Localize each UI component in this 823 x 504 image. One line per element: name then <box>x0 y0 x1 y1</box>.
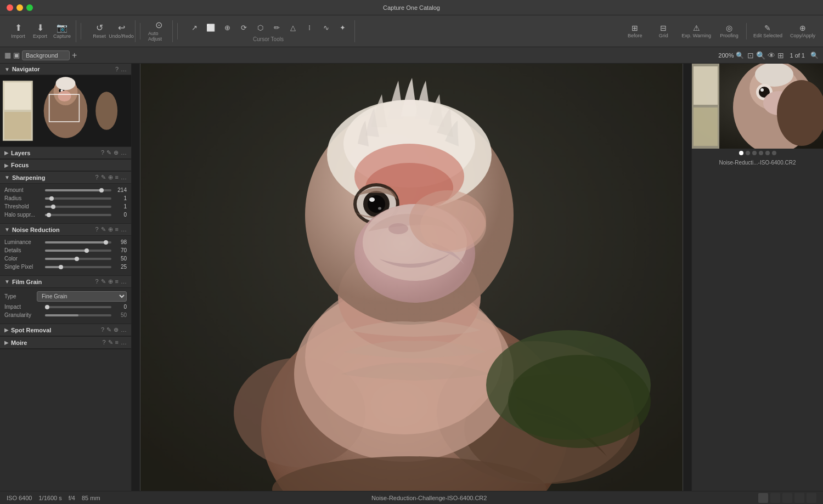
navigator-header[interactable]: ▼ Navigator ? … <box>0 64 131 75</box>
moire-help[interactable]: ? <box>102 339 105 346</box>
polygon-tool[interactable]: ⬡ <box>252 20 268 36</box>
star-tool[interactable]: ✦ <box>335 20 350 36</box>
film-grain-header[interactable]: ▼ Film Grain ? ✎ ⊕ ≡ … <box>0 276 131 288</box>
compare-button[interactable]: ⊞ <box>777 51 784 60</box>
film-grain-impact-slider[interactable] <box>45 306 111 308</box>
film-grain-help[interactable]: ? <box>95 278 98 285</box>
sharpening-more[interactable]: … <box>121 174 127 181</box>
film-grain-type-dropdown[interactable]: Fine Grain <box>37 291 127 302</box>
color-thumb[interactable] <box>75 257 79 261</box>
spot-removal-more[interactable]: … <box>121 326 127 333</box>
single-pixel-thumb[interactable] <box>59 265 63 269</box>
export-button[interactable]: ⬇ Export <box>30 21 50 42</box>
sharpening-header[interactable]: ▼ Sharpening ? ✎ ⊕ ≡ … <box>0 172 131 184</box>
moire-more[interactable]: … <box>121 339 127 346</box>
moire-list[interactable]: ≡ <box>115 339 119 346</box>
spot-removal-edit[interactable]: ✎ <box>106 326 111 333</box>
noise-reduction-edit[interactable]: ✎ <box>101 226 106 233</box>
crop-tool[interactable]: ⬜ <box>203 20 218 36</box>
sharpening-amount-thumb[interactable] <box>99 188 104 192</box>
copy-apply-button[interactable]: ⊕ Copy/Apply <box>787 22 819 39</box>
sharpening-threshold-slider[interactable] <box>45 206 111 208</box>
import-button[interactable]: ⬆ Import <box>8 21 29 42</box>
sharpening-edit[interactable]: ✎ <box>101 174 106 181</box>
view-mode-multi[interactable] <box>794 493 804 503</box>
thumb-dot-6[interactable] <box>772 151 776 155</box>
reset-button[interactable]: ↺ Reset <box>89 21 110 42</box>
sharpening-threshold-thumb[interactable] <box>51 205 55 209</box>
layers-edit[interactable]: ✎ <box>106 149 111 156</box>
auto-adjust-button[interactable]: ⊙ Auto Adjust <box>148 21 169 42</box>
pen-tool[interactable]: ✏ <box>269 20 284 36</box>
thumb-dot-1[interactable] <box>739 151 743 155</box>
zoom-tool[interactable]: ⊕ <box>219 20 235 36</box>
luminance-slider[interactable] <box>45 241 111 243</box>
view-toggle-button[interactable]: 👁 <box>768 51 775 60</box>
sharpening-radius-slider[interactable] <box>45 197 111 200</box>
noise-reduction-help[interactable]: ? <box>95 226 98 233</box>
layers-help[interactable]: ? <box>101 149 104 156</box>
noise-reduction-more[interactable]: … <box>121 226 127 233</box>
spot-removal-copy[interactable]: ⊕ <box>114 326 119 333</box>
proofing-button[interactable]: ◎ Proofing <box>715 22 743 39</box>
granularity-slider[interactable] <box>45 314 111 316</box>
cursor-select-tool[interactable]: ↗ <box>187 20 202 36</box>
view-mode-dots[interactable] <box>770 493 780 503</box>
noise-reduction-copy[interactable]: ⊕ <box>108 226 113 233</box>
sharpening-help[interactable]: ? <box>95 174 98 181</box>
sharpening-list[interactable]: ≡ <box>115 174 119 181</box>
sharpening-copy[interactable]: ⊕ <box>108 174 113 181</box>
view-mode-filmstrip[interactable] <box>807 493 816 503</box>
single-pixel-slider[interactable] <box>45 266 111 268</box>
canvas-area[interactable] <box>132 64 691 491</box>
color-slider[interactable] <box>45 258 111 260</box>
edit-selected-button[interactable]: ✎ Edit Selected <box>750 22 786 39</box>
sharpening-amount-slider[interactable] <box>45 189 111 191</box>
film-grain-list[interactable]: ≡ <box>115 278 119 285</box>
thumb-dot-3[interactable] <box>752 151 757 155</box>
noise-reduction-header[interactable]: ▼ Noise Reduction ? ✎ ⊕ ≡ … <box>0 224 131 236</box>
add-layer-button[interactable]: + <box>72 50 77 60</box>
close-button[interactable] <box>7 4 13 11</box>
film-grain-edit[interactable]: ✎ <box>101 278 106 285</box>
luminance-thumb[interactable] <box>104 240 108 245</box>
undo-redo-button[interactable]: ↩ Undo/Redo <box>111 21 132 42</box>
navigator-help[interactable]: ? <box>115 66 119 72</box>
layers-copy[interactable]: ⊕ <box>114 149 119 156</box>
heal-tool[interactable]: ∿ <box>318 20 334 36</box>
moire-edit[interactable]: ✎ <box>108 339 113 346</box>
layer-dropdown[interactable]: Background <box>22 50 70 60</box>
details-slider[interactable] <box>45 250 111 252</box>
details-thumb[interactable] <box>84 248 89 253</box>
exposure-warning-button[interactable]: ⚠ Exp. Warning <box>678 22 714 39</box>
grid-button[interactable]: ⊟ Grid <box>650 22 677 39</box>
layers-more[interactable]: … <box>121 149 127 156</box>
zoom-in-button[interactable]: 🔍 <box>756 51 765 60</box>
spot-removal-help[interactable]: ? <box>101 326 104 333</box>
before-button[interactable]: ⊞ Before <box>621 22 649 39</box>
view-mode-single[interactable] <box>758 493 768 503</box>
view-mode-dots2[interactable] <box>782 493 792 503</box>
capture-button[interactable]: 📷 Capture <box>52 21 72 42</box>
thumb-dot-4[interactable] <box>759 151 763 155</box>
fit-button[interactable]: ⊡ <box>747 51 754 60</box>
moire-header[interactable]: ▶ Moire ? ✎ ≡ … <box>0 337 131 349</box>
minimize-button[interactable] <box>16 4 23 11</box>
maximize-button[interactable] <box>26 4 33 11</box>
film-grain-more[interactable]: … <box>121 278 127 285</box>
spot-removal-header[interactable]: ▶ Spot Removal ? ✎ ⊕ … <box>0 324 131 336</box>
gradient-tool[interactable]: △ <box>285 20 301 36</box>
focus-header[interactable]: ▶ Focus <box>0 160 131 171</box>
film-grain-impact-thumb[interactable] <box>45 305 49 309</box>
navigator-more[interactable]: … <box>121 66 127 72</box>
rotate-tool[interactable]: ⟳ <box>236 20 251 36</box>
noise-reduction-list[interactable]: ≡ <box>115 226 119 233</box>
sharpening-radius-thumb[interactable] <box>49 196 54 201</box>
film-grain-copy[interactable]: ⊕ <box>108 278 113 285</box>
sharpening-halo-thumb[interactable] <box>47 213 51 217</box>
brush-tool[interactable]: ⁞ <box>302 20 317 36</box>
layers-header[interactable]: ▶ Layers ? ✎ ⊕ … <box>0 147 131 159</box>
thumb-dot-2[interactable] <box>746 151 750 155</box>
thumb-dot-5[interactable] <box>765 151 770 155</box>
sharpening-halo-slider[interactable] <box>45 214 111 216</box>
